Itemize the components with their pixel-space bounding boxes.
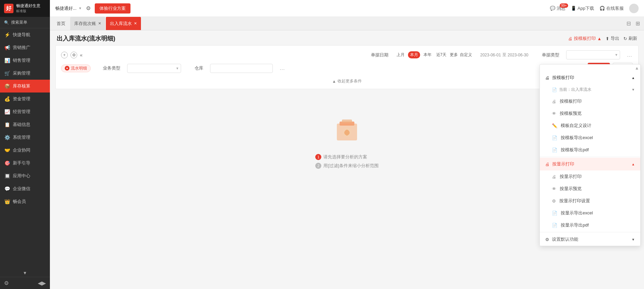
sidebar-item-vip[interactable]: 👑 畅会员 <box>0 195 50 208</box>
export-button[interactable]: ⬆ 导出 <box>606 35 619 42</box>
sidebar: 好 畅捷通好生意 标准版 🔍 搜索菜单 ⚡ 快捷导航 📢 营销推广 📊 销售管理… <box>0 0 50 289</box>
dropdown-scroll-up[interactable]: ▲ <box>634 64 640 71</box>
purchase-icon: 🛒 <box>4 70 10 76</box>
shortcut-7days[interactable]: 近7天 <box>435 51 448 58</box>
sidebar-item-wechat[interactable]: 💬 企业微信 <box>0 182 50 195</box>
sidebar-item-finance-label: 资金管理 <box>13 96 30 102</box>
dropdown-item-template-print[interactable]: 🖨 按模板打印 <box>540 95 640 107</box>
tab-collapse-icon[interactable]: ⊟ <box>625 19 632 28</box>
doc-type-select[interactable] <box>566 50 620 59</box>
warehouse-input[interactable] <box>210 64 273 73</box>
filter-settings-button[interactable]: ⚙ <box>70 52 77 58</box>
app-logo: 好 畅捷通好生意 标准版 <box>0 0 50 17</box>
display-section-header[interactable]: 🖨 按显示打印 ▲ <box>540 158 640 170</box>
doc-type-more-icon[interactable]: … <box>627 52 633 58</box>
empty-step-2: 2 用[过滤]条件来缩小分析范围 <box>315 161 378 170</box>
sidebar-item-guide[interactable]: 🎯 新手引导 <box>0 157 50 169</box>
tab-home[interactable]: 首页 <box>53 17 69 30</box>
sidebar-item-purchase[interactable]: 🛒 采购管理 <box>0 67 50 80</box>
dropdown-item-display-print[interactable]: 🖨 按显示打印 <box>540 170 640 183</box>
appcenter-icon: 🔲 <box>4 173 10 179</box>
sidebar-item-operations[interactable]: 📈 经营管理 <box>0 105 50 118</box>
shortcut-current-month[interactable]: 本月 <box>408 51 420 58</box>
shortcut-more[interactable]: 更多 <box>450 52 458 58</box>
collapse-btn[interactable]: ▲ 收起更多条件 <box>332 78 362 84</box>
sidebar-item-basic[interactable]: 📋 基础信息 <box>0 118 50 131</box>
tab-fullscreen-icon[interactable]: ⊞ <box>634 19 641 28</box>
current-template-chevron-icon: ▼ <box>632 88 635 91</box>
refresh-button[interactable]: ↻ 刷新 <box>623 35 637 42</box>
warehouse-label: 仓库 <box>195 65 203 71</box>
account-selector[interactable]: 畅捷通好... ▼ <box>55 5 82 11</box>
template-section-title: 按模板打印 <box>552 75 574 81</box>
tab-batch-label: 库存批次账 <box>74 21 96 27</box>
dropdown-item-display-excel[interactable]: 📄 按显示导出excel <box>540 207 640 219</box>
page-header: 出入库流水(流水明细) 🖨 按模板打印 ▲ ⬆ 导出 ↻ 刷新 <box>50 30 644 45</box>
biz-type-select[interactable] <box>127 64 181 73</box>
display-pdf-label: 按显示导出pdf <box>561 222 589 228</box>
print-dropdown: ▲ 🖨 按模板打印 ▲ 📄 当前：出入库流水 ▼ 🖨 按模板打印 <box>539 64 641 246</box>
dropdown-item-template-design[interactable]: ✏️ 模板自定义设计 <box>540 120 640 132</box>
tabbar: 首页 库存批次账 ✕ 出入库流水 ✕ ⊟ ⊞ <box>50 17 644 30</box>
sidebar-item-quicknav[interactable]: ⚡ 快捷导航 <box>0 28 50 41</box>
sidebar-scroll-down[interactable]: ▼ <box>0 269 50 277</box>
service-button[interactable]: 🎧 在线客服 <box>599 5 624 11</box>
sidebar-item-appcenter-label: 应用中心 <box>13 173 30 179</box>
tab-batch[interactable]: 库存批次账 ✕ <box>70 17 105 30</box>
search-icon: 🔍 <box>4 20 9 25</box>
tab-flow[interactable]: 出入库流水 ✕ <box>106 17 141 30</box>
dropdown-item-display-pdf[interactable]: 📄 按显示导出pdf <box>540 219 640 231</box>
sidebar-item-collab[interactable]: 🤝 企业协同 <box>0 144 50 157</box>
shortcut-custom[interactable]: 自定义 <box>460 52 472 58</box>
collab-icon: 🤝 <box>4 147 10 153</box>
dropdown-divider <box>540 157 640 157</box>
sidebar-item-finance[interactable]: 💰 资金管理 <box>0 93 50 105</box>
display-section-title: 按显示打印 <box>552 161 574 167</box>
tab-expand-controls: ⊟ ⊞ <box>625 19 641 28</box>
shortcut-year[interactable]: 本年 <box>422 51 433 58</box>
trial-button[interactable]: 体验行业方案 <box>95 3 130 14</box>
export-icon: ⬆ <box>606 36 609 41</box>
app-logo-icon: 好 <box>4 4 13 13</box>
template-preview-label: 按模板预览 <box>560 110 582 116</box>
settings-icon[interactable]: ⚙ <box>4 280 9 286</box>
app-name: 畅捷通好生意 <box>16 3 40 9</box>
system-icon: ⚙️ <box>4 134 10 140</box>
wechat-icon: 💬 <box>4 186 10 192</box>
dropdown-footer[interactable]: ⚙ 设置默认功能 ▼ <box>540 233 640 246</box>
user-avatar[interactable] <box>629 4 639 13</box>
tag-icon: ● <box>65 66 69 71</box>
sidebar-item-appcenter[interactable]: 🔲 应用中心 <box>0 169 50 182</box>
inventory-icon: 📦 <box>4 83 10 89</box>
sidebar-item-system[interactable]: ⚙️ 系统管理 <box>0 131 50 144</box>
sidebar-item-marketing[interactable]: 📢 营销推广 <box>0 41 50 54</box>
print-template-button[interactable]: 🖨 按模板打印 ▲ <box>568 35 602 42</box>
sidebar-item-sales[interactable]: 📊 销售管理 <box>0 54 50 67</box>
collapse-icon[interactable]: ◀▶ <box>38 280 46 286</box>
filter-add-button[interactable]: + <box>61 52 68 58</box>
dropdown-item-template-excel[interactable]: 📄 按模板导出excel <box>540 132 640 144</box>
app-download-button[interactable]: 📱 App下载 <box>571 5 594 11</box>
current-template-label: 当前：出入库流水 <box>559 87 591 93</box>
current-template[interactable]: 📄 当前：出入库流水 ▼ <box>540 84 640 95</box>
sidebar-item-inventory[interactable]: 📦 库存核算 <box>0 80 50 93</box>
sidebar-item-wechat-label: 企业微信 <box>13 186 30 192</box>
message-button[interactable]: 💬 消息 99+ <box>550 5 565 11</box>
warehouse-more-icon[interactable]: … <box>280 65 286 71</box>
dropdown-item-template-pdf[interactable]: 📄 按模板导出pdf <box>540 144 640 156</box>
dropdown-item-display-preview[interactable]: 👁 按显示预览 <box>540 183 640 195</box>
search-menu-button[interactable]: 🔍 搜索菜单 <box>4 20 46 25</box>
tab-flow-close-icon[interactable]: ✕ <box>134 21 137 26</box>
sidebar-search[interactable]: 🔍 搜索菜单 <box>0 17 50 28</box>
filter-collapse-button[interactable]: « <box>80 52 83 58</box>
shortcut-prev-month[interactable]: 上月 <box>395 51 406 58</box>
dropdown-item-display-settings[interactable]: ⚙ 按显示打印设置 <box>540 195 640 207</box>
doc-type-select-wrap: ▼ <box>566 50 620 59</box>
service-label: 在线客服 <box>606 5 624 11</box>
dropdown-item-template-preview[interactable]: 👁 按模板预览 <box>540 107 640 120</box>
sidebar-item-collab-label: 企业协同 <box>13 147 30 153</box>
gear-icon[interactable]: ⚙ <box>86 5 91 11</box>
main-area: 畅捷通好... ▼ ⚙ 体验行业方案 💬 消息 99+ 📱 App下载 🎧 在线… <box>50 0 644 289</box>
template-section-header[interactable]: 🖨 按模板打印 ▲ <box>540 71 640 84</box>
tab-batch-close-icon[interactable]: ✕ <box>98 21 101 26</box>
